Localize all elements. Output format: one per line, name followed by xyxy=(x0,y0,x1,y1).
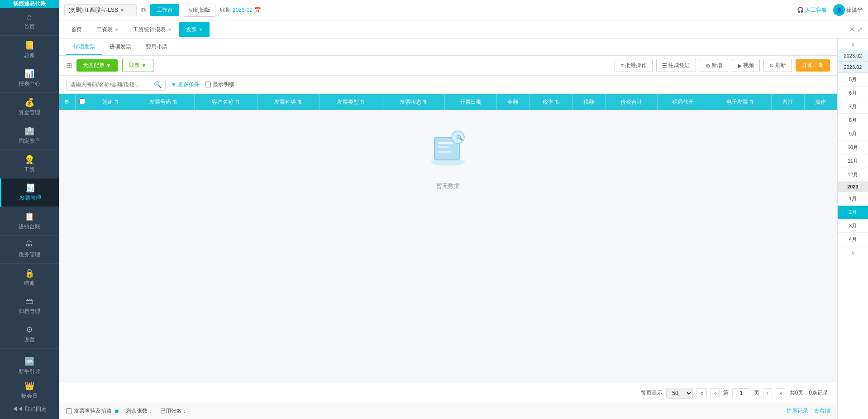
sidebar-item-sales-ledger[interactable]: 📋 进销台账 xyxy=(0,207,59,236)
th-invoice-category[interactable]: 发票类型 ⇅ xyxy=(320,94,382,110)
tab-salary-label: 工资表 xyxy=(96,26,113,34)
page-input[interactable] xyxy=(732,388,750,398)
sidebar-item-invoice[interactable]: 🧾 发票管理 xyxy=(0,178,59,207)
tab-salary-report[interactable]: 工资统计报表 ✕ xyxy=(126,22,178,37)
topbar: (勿删) 江西股宝-LSS ▼ ⧉ 工作台 切到旧版 账期 2023-02 📅 … xyxy=(59,0,868,20)
period-header-top[interactable]: 2023.02 xyxy=(838,50,868,62)
show-detail-input[interactable] xyxy=(205,82,211,87)
new-label: 新增 xyxy=(711,62,722,69)
th-action[interactable]: 操作 xyxy=(804,94,837,110)
page-first-button[interactable]: « xyxy=(696,388,707,398)
svg-rect-4 xyxy=(438,151,451,153)
sort-icon: ⇅ xyxy=(114,99,119,105)
tab-close-all-icon[interactable]: ✕ xyxy=(849,26,855,33)
th-tax-office[interactable]: 税局代开 xyxy=(657,94,709,110)
copy-icon[interactable]: ⧉ xyxy=(141,6,146,14)
grid-view-icon[interactable]: ⊞ xyxy=(66,61,72,70)
batch-op-button[interactable]: ≡ 批量操作 xyxy=(615,59,653,72)
sidebar-item-ledger[interactable]: 📒 总账 xyxy=(0,36,59,64)
period-item-8[interactable]: 8月 xyxy=(838,114,868,127)
search-input[interactable] xyxy=(70,82,154,88)
page-prev-button[interactable]: ‹ xyxy=(711,388,720,398)
period-value[interactable]: 2023-02 xyxy=(233,7,253,13)
subtab-expense[interactable]: 费用小票 xyxy=(138,39,175,55)
th-invoice-no[interactable]: 发票号码 ⇅ xyxy=(132,94,195,110)
th-voucher[interactable]: 凭证 ⇅ xyxy=(89,94,132,110)
sidebar-item-collapse[interactable]: ◀◀ 取消固定 xyxy=(0,403,59,416)
invoice-verify-checkbox[interactable]: 发票查验及抬路 xyxy=(66,407,119,415)
period-down-button[interactable]: ∨ xyxy=(838,246,868,258)
headset-icon: 🎧 xyxy=(797,7,804,13)
th-customer-name[interactable]: 客户名称 ⇅ xyxy=(195,94,257,110)
user-info[interactable]: 👤 徐溢华 xyxy=(833,4,863,16)
period-item-1[interactable]: 1月 xyxy=(838,192,868,206)
period-item-9[interactable]: 9月 xyxy=(838,127,868,141)
take-ticket-button[interactable]: 取票 ▼ xyxy=(122,59,153,72)
sidebar-item-home[interactable]: ⌂ 首页 xyxy=(0,8,59,36)
subtab-purchase[interactable]: 进项发票 xyxy=(102,39,138,55)
company-selector[interactable]: (勿删) 江西股宝-LSS ▼ xyxy=(64,4,137,16)
period-item-6[interactable]: 6月 xyxy=(838,87,868,100)
show-detail-checkbox[interactable]: 显示明细 xyxy=(205,81,234,88)
add-count-link[interactable]: 扩展记录 xyxy=(787,407,808,415)
calendar-icon[interactable]: 📅 xyxy=(254,7,261,13)
th-check[interactable] xyxy=(75,94,89,110)
open-period-button[interactable]: 开账日期 xyxy=(796,59,830,72)
search-icon: 🔍 xyxy=(154,81,162,88)
th-amount[interactable]: 金额 xyxy=(496,94,529,110)
period-item-2[interactable]: 2月 xyxy=(838,206,868,219)
tab-invoice-close[interactable]: ✕ xyxy=(199,27,203,32)
th-e-invoice[interactable]: 电子发票 ⇅ xyxy=(709,94,772,110)
period-item-3[interactable]: 3月 xyxy=(838,219,868,233)
period-item-11[interactable]: 11月 xyxy=(838,154,868,168)
generate-voucher-button[interactable]: ☰ 生成凭证 xyxy=(656,59,696,72)
th-settings[interactable]: ⚙ xyxy=(59,94,75,110)
sidebar-item-assets[interactable]: 🏢 固定资产 xyxy=(0,121,59,150)
th-tax-rate[interactable]: 税率 ⇅ xyxy=(529,94,572,110)
tab-maximize-icon[interactable]: ⤢ xyxy=(857,26,863,33)
period-item-4[interactable]: 4月 xyxy=(838,233,868,246)
period-header-top2[interactable]: 2023.02 xyxy=(838,62,868,73)
subtab-sales[interactable]: 销项发票 xyxy=(66,39,102,55)
tab-home[interactable]: 首页 xyxy=(64,22,89,37)
switch-version-button[interactable]: 切到旧版 xyxy=(184,4,215,17)
workbench-button[interactable]: 工作台 xyxy=(150,4,179,16)
tab-invoice[interactable]: 发票 ✕ xyxy=(179,22,210,37)
tab-salary-close[interactable]: ✕ xyxy=(115,27,119,32)
refresh-button[interactable]: ↻ 刷新 xyxy=(763,59,792,72)
period-item-10[interactable]: 10月 xyxy=(838,141,868,154)
th-tax[interactable]: 税额 xyxy=(572,94,605,110)
page-next-button[interactable]: › xyxy=(763,388,772,398)
th-remark[interactable]: 备注 xyxy=(772,94,804,110)
no-match-button[interactable]: 无匹配票 ▼ xyxy=(76,59,118,72)
period-up-button[interactable]: ∧ xyxy=(838,39,868,50)
tab-salary-report-close[interactable]: ✕ xyxy=(168,27,172,32)
sidebar-item-funds[interactable]: 💰 资金管理 xyxy=(0,93,59,121)
period-item-5[interactable]: 5月 xyxy=(838,73,868,87)
new-button[interactable]: ⊕ 新增 xyxy=(700,59,728,72)
more-conditions-button[interactable]: ▼ 更多条件 xyxy=(171,81,200,88)
sidebar-item-tax[interactable]: 🏛 税务管理 xyxy=(0,236,59,264)
sidebar-item-member[interactable]: 👑 畅会员 xyxy=(0,378,59,403)
period-item-7[interactable]: 7月 xyxy=(838,100,868,114)
tab-salary[interactable]: 工资表 ✕ xyxy=(90,22,125,37)
sidebar-item-settings[interactable]: ⚙ 设置 xyxy=(0,320,59,349)
go-right-link[interactable]: 去右端 xyxy=(814,407,830,415)
per-page-select[interactable]: 50 10 20 100 xyxy=(666,388,693,399)
th-open-date[interactable]: 开票日期 xyxy=(445,94,497,110)
footer-links: 扩展记录 去右端 xyxy=(787,407,830,415)
service-button[interactable]: 🎧 人工客服 xyxy=(797,6,827,14)
period-item-12[interactable]: 12月 xyxy=(838,168,868,182)
sidebar-item-guide[interactable]: 🆕 新手引导 xyxy=(0,354,59,378)
sidebar-item-closing[interactable]: 🔒 结账 xyxy=(0,264,59,292)
sidebar-item-salary[interactable]: 👷 工资 xyxy=(0,150,59,178)
video-button[interactable]: ▶ 视频 xyxy=(732,59,760,72)
select-all-checkbox[interactable] xyxy=(79,98,85,104)
page-last-button[interactable]: » xyxy=(776,388,786,398)
verify-input[interactable] xyxy=(66,408,72,414)
sidebar-item-archive[interactable]: 🗃 归档管理 xyxy=(0,292,59,320)
th-invoice-status[interactable]: 发票状态 ⇅ xyxy=(382,94,444,110)
sidebar-item-reports[interactable]: 📊 报表中心 xyxy=(0,64,59,93)
th-tax-total[interactable]: 价税合计 xyxy=(606,94,658,110)
th-invoice-type[interactable]: 发票种类 ⇅ xyxy=(257,94,320,110)
